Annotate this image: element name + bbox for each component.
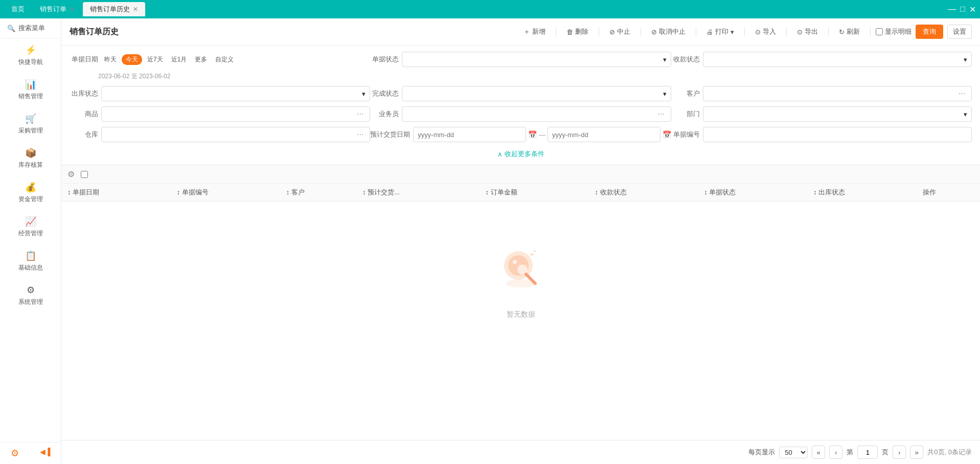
purchase-icon: 🛒 xyxy=(25,113,36,124)
print-button[interactable]: 🖨 打印 ▾ xyxy=(701,25,739,38)
page-header: 销售订单历史 ＋ 新增 🗑 删除 ⊘ 中止 ⊘ xyxy=(61,18,980,46)
page-number-input[interactable] xyxy=(857,446,878,459)
tab-sales-order-history[interactable]: 销售订单历史 ✕ xyxy=(83,2,145,16)
page-label: 页 xyxy=(882,448,888,457)
stop-button[interactable]: ⊘ 中止 xyxy=(604,25,635,38)
filter-delivery: 预计交货日期 📅 — 📅 xyxy=(370,127,671,142)
minimize-icon[interactable]: — xyxy=(948,5,956,14)
show-cols-checkbox-label[interactable]: 显示明细 xyxy=(876,27,911,36)
page-total: 共0页, 0条记录 xyxy=(927,448,972,457)
basic-info-icon: 📋 xyxy=(25,250,36,261)
last-page-btn[interactable]: » xyxy=(910,446,923,459)
delivery-from-input[interactable] xyxy=(413,127,526,142)
empty-text: 暂无数据 xyxy=(507,310,535,319)
svg-text:~: ~ xyxy=(533,248,536,254)
window-close-icon[interactable]: ✕ xyxy=(969,5,976,14)
sidebar-item-system-mgmt[interactable]: ⚙ 系统管理 xyxy=(0,278,61,313)
th-amount: ↕ 订单金额 xyxy=(480,184,589,202)
export-button[interactable]: ⊙ 导出 xyxy=(792,25,823,38)
tab-home[interactable]: 首页 xyxy=(4,2,32,16)
date-today-badge[interactable]: 今天 xyxy=(122,54,142,65)
page-size-label: 每页显示 xyxy=(748,448,775,457)
empty-state: ~ ~ 暂无数据 xyxy=(61,202,980,360)
prev-page-btn[interactable]: ‹ xyxy=(829,446,842,459)
tab-sales-order-close[interactable]: ✕ xyxy=(70,6,75,13)
delivery-separator: — xyxy=(539,131,545,139)
sidebar-item-finance[interactable]: 💰 资金管理 xyxy=(0,175,61,210)
outstock-chevron: ▾ xyxy=(362,90,366,98)
settings-button[interactable]: 设置 xyxy=(947,25,972,39)
delivery-to-input[interactable] xyxy=(548,127,660,142)
toolbar-sep-3 xyxy=(641,27,641,36)
goods-label: 商品 xyxy=(70,109,98,119)
select-all-checkbox[interactable] xyxy=(81,171,88,178)
order-no-input[interactable] xyxy=(703,127,972,142)
export-icon: ⊙ xyxy=(797,28,803,36)
page-size-select[interactable]: 20 50 100 xyxy=(779,447,808,458)
pagination: 每页显示 20 50 100 « ‹ 第 页 › » 共0页, 0条记录 xyxy=(61,440,980,464)
date-1month-btn[interactable]: 近1月 xyxy=(168,54,190,65)
filter-complete: 完成状态 ▾ xyxy=(370,86,671,101)
sales-input-wrap: ··· xyxy=(402,106,671,122)
sidebar-bottom: ⚙ ◀▐ xyxy=(0,442,61,464)
customer-ellipsis-btn[interactable]: ··· xyxy=(956,89,967,98)
filter-order-no: 单据编号 xyxy=(671,127,972,142)
warehouse-ellipsis-btn[interactable]: ··· xyxy=(355,130,366,139)
sidebar-item-purchase-mgmt[interactable]: 🛒 采购管理 xyxy=(0,107,61,141)
th-customer: ↕ 客户 xyxy=(280,184,356,202)
show-cols-checkbox[interactable] xyxy=(876,28,883,35)
th-outstock: ↕ 出库状态 xyxy=(807,184,917,202)
sales-input[interactable] xyxy=(406,107,655,121)
goods-input[interactable] xyxy=(106,107,355,121)
filter-row-3: 商品 ··· 业务员 ··· 部门 xyxy=(70,106,972,122)
sidebar-volume-icon[interactable]: ◀▐ xyxy=(40,448,51,459)
dept-chevron: ▾ xyxy=(964,111,967,118)
maximize-icon[interactable]: □ xyxy=(960,5,965,14)
refresh-button[interactable]: ↻ 刷新 xyxy=(834,25,865,38)
first-page-btn[interactable]: « xyxy=(812,446,825,459)
sidebar-settings-icon[interactable]: ⚙ xyxy=(11,448,19,459)
complete-select[interactable]: ▾ xyxy=(402,86,671,101)
delete-button[interactable]: 🗑 删除 xyxy=(561,25,594,38)
query-button[interactable]: 查询 xyxy=(916,25,943,39)
filter-row-2: 出库状态 ▾ 完成状态 ▾ 客户 xyxy=(70,86,972,101)
sales-ellipsis-btn[interactable]: ··· xyxy=(655,109,666,119)
sales-mgmt-icon: 📊 xyxy=(25,79,36,90)
refresh-label: 刷新 xyxy=(847,27,860,36)
dept-select[interactable]: ▾ xyxy=(703,106,972,122)
outstock-select[interactable]: ▾ xyxy=(101,86,370,101)
customer-input[interactable] xyxy=(708,86,956,101)
outstock-label: 出库状态 xyxy=(70,89,98,98)
goods-ellipsis-btn[interactable]: ··· xyxy=(355,109,366,119)
toolbar-sep-8 xyxy=(870,27,871,36)
sidebar-item-operations[interactable]: 📈 经营管理 xyxy=(0,210,61,244)
date-7days-btn[interactable]: 近7天 xyxy=(144,54,166,65)
date-custom-btn[interactable]: 自定义 xyxy=(212,54,237,65)
tab-sales-order-label: 销售订单 xyxy=(40,5,66,14)
sidebar-item-operations-label: 经营管理 xyxy=(18,229,43,238)
date-yesterday-btn[interactable]: 昨天 xyxy=(101,54,120,65)
filter-warehouse: 仓库 ··· xyxy=(70,127,370,142)
tab-sales-order-history-close[interactable]: ✕ xyxy=(133,6,138,13)
bill-status-select[interactable]: ▾ xyxy=(402,52,671,67)
sidebar-search-menu[interactable]: 🔍 搜索菜单 xyxy=(0,18,61,38)
table-settings-icon[interactable]: ⚙ xyxy=(67,169,75,179)
warehouse-input-wrap: ··· xyxy=(101,127,370,142)
delivery-to-cal-icon[interactable]: 📅 xyxy=(663,130,671,139)
sidebar-item-sales-mgmt[interactable]: 📊 销售管理 xyxy=(0,73,61,107)
import-button[interactable]: ⊙ 导入 xyxy=(750,25,781,38)
next-page-btn[interactable]: › xyxy=(893,446,906,459)
date-label: 单据日期 xyxy=(70,55,98,64)
cancel-stop-button[interactable]: ⊘ 取消中止 xyxy=(646,25,691,38)
receipt-status-select[interactable]: ▾ xyxy=(703,52,972,67)
warehouse-input[interactable] xyxy=(106,127,355,142)
sidebar-item-inventory[interactable]: 📦 库存核算 xyxy=(0,141,61,175)
sidebar-item-quick-nav[interactable]: ⚡ 快捷导航 xyxy=(0,38,61,73)
delivery-from-cal-icon[interactable]: 📅 xyxy=(528,130,537,139)
collapse-btn[interactable]: ∧ 收起更多条件 xyxy=(70,147,972,159)
tab-sales-order-history-label: 销售订单历史 xyxy=(90,5,130,14)
tab-sales-order[interactable]: 销售订单 ✕ xyxy=(33,2,82,16)
sidebar-item-basic-info[interactable]: 📋 基础信息 xyxy=(0,244,61,278)
add-button[interactable]: ＋ 新增 xyxy=(518,25,551,38)
date-more-btn[interactable]: 更多 xyxy=(192,54,210,65)
